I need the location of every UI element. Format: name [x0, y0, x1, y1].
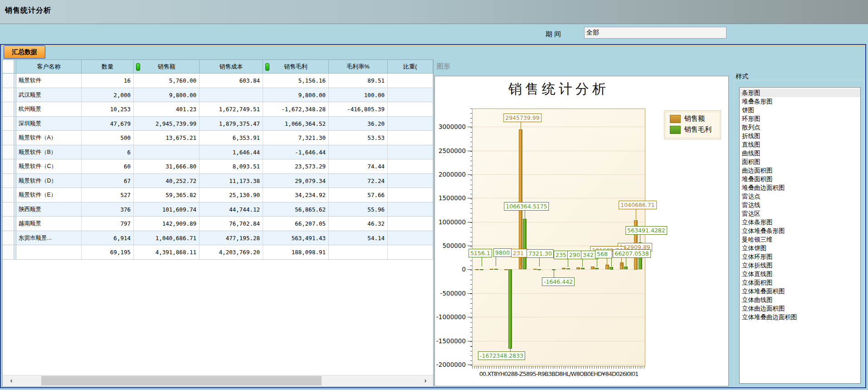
table-cell: 46.32: [329, 217, 388, 231]
column-header[interactable]: 销售额: [134, 60, 200, 74]
row-header[interactable]: [3, 245, 14, 260]
style-list-item[interactable]: 堆叠面积图: [740, 175, 860, 183]
row-header[interactable]: [3, 188, 14, 202]
column-filter-icon[interactable]: [265, 63, 269, 71]
style-list-item[interactable]: 立体直线图: [740, 270, 860, 278]
style-list-item[interactable]: 曲边面积图: [740, 166, 860, 175]
table-row[interactable]: 越南顺景797142,909.8976,702.8466,207.0546.32: [3, 217, 433, 231]
table-row[interactable]: 顺景软件165,760.00603.845,156.1689.51: [3, 74, 433, 88]
table-cell: 89.51: [329, 74, 388, 88]
chart-bar: [566, 268, 570, 270]
data-label: 568: [595, 250, 612, 258]
table-cell: 10,253: [82, 102, 134, 117]
row-header[interactable]: [3, 202, 14, 217]
x-axis-minor-ticks: [472, 366, 645, 369]
table-row[interactable]: 顺景软件（B）61,646.44-1,646.44: [3, 145, 433, 160]
annotation-leader-line: [597, 259, 597, 267]
style-list-item[interactable]: 条形图: [740, 89, 860, 97]
style-list-item[interactable]: 散列点: [740, 123, 860, 132]
scroll-left-icon[interactable]: ‹: [5, 375, 17, 386]
data-label: 66207.0538: [613, 249, 651, 258]
chart-panel: 销售统计分析3000000250000020000001500000100000…: [434, 76, 729, 386]
table-row[interactable]: 顺景软件（E）52759,365.8225,130.9034,234.9257.…: [3, 188, 433, 202]
style-list-item[interactable]: 雷达线: [740, 201, 860, 209]
app-window: 销售统计分析 期 间 汇总数据 客户名称数量销售额销售成本销售毛利毛利率%比重(…: [0, 0, 868, 390]
table-cell: 31,666.80: [134, 159, 200, 174]
style-list-item[interactable]: 堆叠曲边面积图: [740, 183, 860, 192]
table-cell: 500: [82, 131, 134, 145]
column-header[interactable]: 销售成本: [200, 60, 263, 74]
chart-gridline: [473, 198, 645, 198]
table-row[interactable]: 杭州顺景10,253401.231,672,749.51-1,672,348.2…: [3, 102, 433, 117]
scroll-right-icon[interactable]: ›: [419, 375, 431, 386]
y-axis-label: -2000000: [431, 361, 466, 368]
legend-item: 销售额: [670, 114, 716, 123]
style-list-item[interactable]: 立体堆叠曲边面积图: [740, 313, 860, 321]
horizontal-scrollbar[interactable]: ‹ ›: [3, 375, 433, 386]
style-list-item[interactable]: 立体条形图: [740, 218, 860, 227]
table-cell: 188,098.91: [263, 245, 329, 260]
chart-gridline: [473, 174, 645, 175]
table-cell: [388, 131, 433, 145]
table-row[interactable]: 顺景软件（A）50013,675.216,353.917,321.3053.53: [3, 131, 433, 145]
annotation-leader-line: [520, 257, 521, 266]
table-row[interactable]: 69,1954,391,868.114,203,769.20188,098.91: [3, 245, 433, 260]
style-list-item[interactable]: 立体饼图: [740, 244, 860, 252]
row-header[interactable]: [3, 174, 14, 188]
table-cell: 69,195: [82, 245, 134, 260]
row-header[interactable]: [3, 231, 14, 246]
table-cell: 797: [82, 217, 134, 231]
style-list-item[interactable]: 曼哈顿三维: [740, 235, 860, 244]
style-list[interactable]: 条形图堆叠条形图饼图环形图散列点折线图直线图曲线图面积图曲边面积图堆叠面积图堆叠…: [739, 87, 861, 384]
tab-summary-data[interactable]: 汇总数据: [4, 45, 45, 59]
chart-bar: [475, 269, 479, 270]
column-header[interactable]: 比重(: [388, 60, 433, 74]
column-header[interactable]: 毛利率%: [329, 60, 388, 74]
chart-bar: [480, 269, 483, 270]
row-header[interactable]: [3, 217, 14, 231]
row-header[interactable]: [3, 117, 14, 131]
scrollbar-thumb[interactable]: [41, 376, 322, 385]
style-list-item[interactable]: 直线图: [740, 140, 860, 149]
row-header[interactable]: [3, 159, 14, 174]
table-row[interactable]: 陕西顺景376101,609.7444,744.1256,865.6255.96: [3, 202, 433, 217]
table-cell: 东莞市顺景...: [16, 231, 82, 246]
table-cell: 顺景软件（E）: [16, 188, 82, 202]
table-row[interactable]: 顺景软件（C）6031,666.808,093.5123,573.2974.44: [3, 159, 433, 174]
period-input[interactable]: [584, 27, 727, 39]
legend-label: 销售额: [684, 114, 705, 123]
table-cell: 142,909.89: [134, 217, 200, 231]
table-row[interactable]: 武汉顺景2,0009,800.009,800.00100.00: [3, 88, 433, 103]
table-cell: 29,079.34: [263, 174, 329, 188]
table-row[interactable]: 顺景软件（D）6740,252.7211,173.3829,079.3472.2…: [3, 174, 433, 188]
table-row[interactable]: 深圳顺景47,6792,945,739.991,879,375.471,066,…: [3, 117, 433, 131]
style-list-item[interactable]: 环形图: [740, 114, 860, 123]
style-list-item[interactable]: 立体曲线图: [740, 296, 860, 304]
data-label: 2945739.99: [503, 114, 541, 122]
table-cell: 57.66: [329, 188, 388, 202]
style-list-item[interactable]: 立体堆叠面积图: [740, 287, 860, 296]
column-header[interactable]: 客户名称: [16, 60, 82, 74]
row-header[interactable]: [3, 145, 14, 160]
style-list-item[interactable]: 饼图: [740, 106, 860, 114]
style-list-item[interactable]: 雷达区: [740, 209, 860, 218]
column-header[interactable]: 数量: [82, 60, 134, 74]
style-list-item[interactable]: 立体曲边面积图: [740, 304, 860, 313]
style-list-item[interactable]: 折线图: [740, 132, 860, 140]
style-list-item[interactable]: 立体折线图: [740, 261, 860, 270]
style-list-item[interactable]: 立体环形图: [740, 252, 860, 261]
style-list-item[interactable]: 堆叠条形图: [740, 97, 860, 106]
style-list-item[interactable]: 面积图: [740, 158, 860, 166]
column-filter-icon[interactable]: [136, 63, 140, 71]
style-list-item[interactable]: 雷达点: [740, 192, 860, 201]
row-header[interactable]: [3, 74, 14, 88]
table-cell: 陕西顺景: [16, 202, 82, 217]
style-list-item[interactable]: 曲线图: [740, 149, 860, 158]
table-row[interactable]: 东莞市顺景...6,9141,040,686.71477,195.28563,4…: [3, 231, 433, 246]
row-header[interactable]: [3, 102, 14, 117]
column-header[interactable]: 销售毛利: [263, 60, 329, 74]
style-list-item[interactable]: 立体面积图: [740, 278, 860, 287]
row-header[interactable]: [3, 88, 14, 103]
row-header[interactable]: [3, 131, 14, 145]
style-list-item[interactable]: 立体堆叠条形图: [740, 227, 860, 235]
